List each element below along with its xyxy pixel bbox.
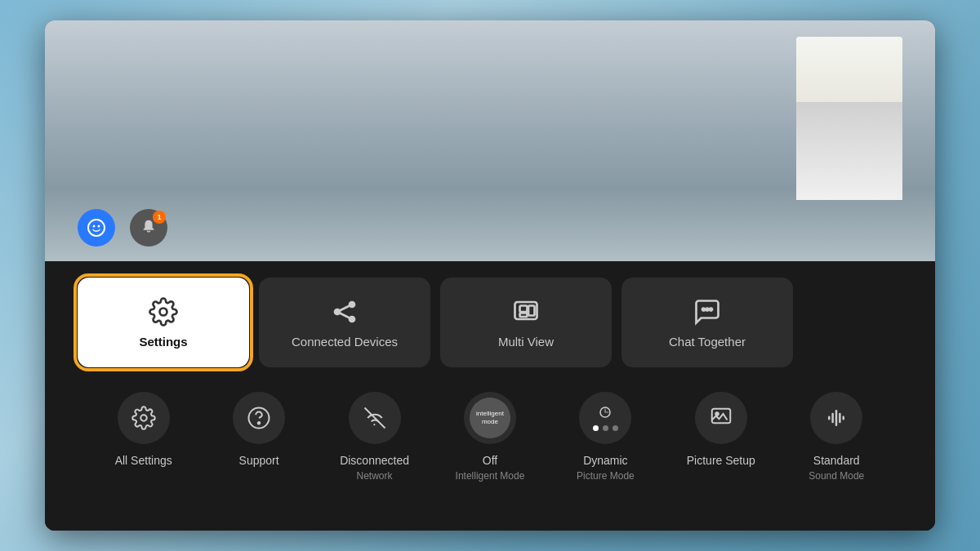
svg-rect-24 (835, 410, 838, 426)
svg-point-17 (258, 422, 261, 424)
picture-dot-3 (612, 425, 618, 431)
standard-label: Standard (813, 454, 860, 467)
settings-item-network[interactable]: Disconnected Network (326, 392, 424, 482)
nav-card-settings[interactable]: Settings (78, 278, 249, 367)
all-settings-label: All Settings (115, 454, 172, 467)
picture-setup-label: Picture Setup (687, 454, 755, 467)
window-decoration (796, 37, 902, 200)
settings-label: Settings (139, 335, 187, 349)
picture-setup-icon-circle (695, 392, 747, 444)
network-icon (363, 406, 387, 430)
connected-devices-icon (330, 297, 359, 327)
svg-point-4 (335, 309, 340, 314)
notification-button[interactable]: 1 (130, 209, 167, 247)
all-settings-icon (131, 406, 156, 430)
svg-point-1 (93, 225, 96, 228)
nav-card-chat-together[interactable]: Chat Together (621, 278, 793, 367)
settings-item-intelligent-mode[interactable]: intelligentmode Off Intelligent Mode (441, 392, 539, 482)
intelligent-mode-text: intelligentmode (476, 410, 504, 425)
connected-devices-label: Connected Devices (292, 335, 398, 349)
user-avatar-button[interactable] (78, 209, 115, 247)
svg-point-3 (160, 308, 167, 315)
picture-setup-icon (709, 406, 733, 430)
chat-icon (693, 297, 722, 327)
network-sublabel: Network (357, 470, 393, 482)
off-label: Off (483, 454, 497, 467)
settings-item-picture-setup[interactable]: Picture Setup (672, 392, 770, 467)
svg-point-16 (140, 415, 147, 421)
svg-rect-12 (520, 313, 528, 317)
svg-point-0 (88, 220, 105, 236)
svg-line-7 (340, 305, 350, 310)
settings-item-sound-mode[interactable]: Standard Sound Mode (787, 392, 885, 482)
dynamic-label: Dynamic (583, 454, 627, 467)
settings-item-support[interactable]: Support (210, 392, 308, 467)
svg-rect-22 (828, 416, 831, 420)
sound-mode-icon (824, 406, 849, 430)
support-icon (247, 406, 271, 430)
settings-row: All Settings Support (78, 392, 902, 482)
notification-badge: 1 (153, 211, 166, 224)
svg-point-5 (350, 302, 354, 307)
picture-mode-icon (595, 406, 616, 422)
settings-item-picture-mode[interactable]: Dynamic Picture Mode (556, 392, 654, 482)
smiley-icon (87, 218, 106, 238)
nav-card-multi-view[interactable]: Multi View (440, 278, 612, 367)
picture-mode-icon-circle (579, 392, 631, 444)
svg-point-6 (350, 317, 354, 322)
settings-gear-icon (149, 297, 178, 327)
settings-item-all-settings[interactable]: All Settings (95, 392, 193, 467)
chat-together-label: Chat Together (669, 335, 746, 349)
tv-screen: 1 Settings (45, 20, 935, 531)
picture-mode-dots (593, 425, 618, 431)
svg-rect-26 (843, 416, 845, 420)
intelligent-mode-inner: intelligentmode (470, 398, 510, 438)
window-blind (796, 37, 902, 102)
network-icon-circle (349, 392, 401, 444)
disconnected-label: Disconnected (340, 454, 409, 467)
svg-rect-25 (839, 413, 841, 424)
multi-view-icon (511, 297, 541, 327)
preview-area: 1 (45, 20, 935, 261)
sound-mode-icon-circle (810, 392, 862, 444)
support-label: Support (239, 454, 279, 467)
intelligent-mode-sublabel: Intelligent Mode (456, 470, 525, 482)
picture-dot-2 (603, 425, 608, 431)
svg-point-14 (706, 308, 709, 310)
nav-card-connected-devices[interactable]: Connected Devices (259, 278, 430, 367)
svg-rect-11 (528, 305, 535, 315)
svg-point-13 (702, 308, 705, 310)
sound-mode-sublabel: Sound Mode (808, 470, 864, 482)
intelligent-mode-icon-circle: intelligentmode (464, 392, 516, 444)
svg-point-21 (715, 412, 719, 415)
svg-rect-10 (520, 305, 528, 312)
preview-icons-row: 1 (78, 209, 167, 247)
svg-line-8 (340, 313, 350, 318)
svg-rect-23 (832, 413, 835, 424)
nav-cards-row: Settings Connected Devices (78, 278, 902, 367)
picture-dot-1 (593, 425, 599, 431)
picture-mode-sublabel: Picture Mode (577, 470, 635, 482)
svg-point-15 (710, 308, 712, 310)
all-settings-icon-circle (118, 392, 170, 444)
support-icon-circle (233, 392, 285, 444)
multi-view-label: Multi View (498, 335, 554, 349)
svg-point-2 (98, 225, 100, 228)
main-menu: Settings Connected Devices (45, 261, 935, 531)
